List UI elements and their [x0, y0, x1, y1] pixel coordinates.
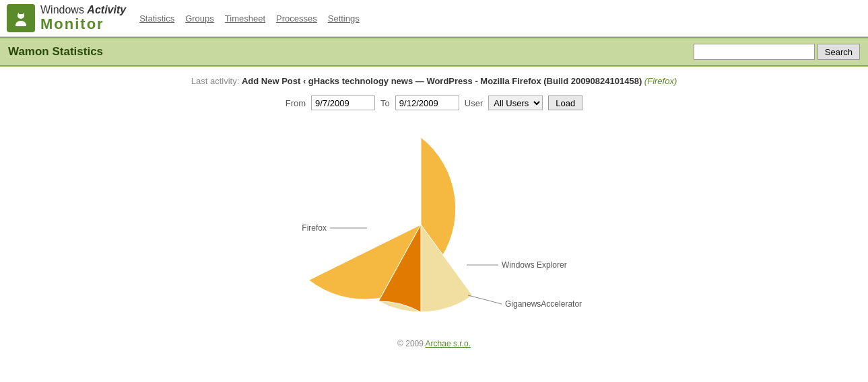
nav-statistics[interactable]: Statistics [139, 13, 174, 24]
filter-row: From To User All Users Load [13, 96, 855, 110]
nav-timesheet[interactable]: Timesheet [225, 13, 265, 24]
giganews-label-line [468, 295, 502, 304]
from-input[interactable] [311, 96, 375, 110]
logo: Windows Activity Monitor [7, 4, 126, 32]
nav-settings[interactable]: Settings [328, 13, 360, 24]
from-label: From [286, 98, 306, 108]
to-input[interactable] [395, 96, 459, 110]
last-activity-text: Add New Post ‹ gHacks technology news — … [242, 76, 642, 86]
last-activity-app: (Firefox) [644, 76, 677, 86]
main-content: Last activity: Add New Post ‹ gHacks tec… [0, 67, 868, 365]
nav-processes[interactable]: Processes [276, 13, 317, 24]
chart-area: Firefox Windows Explorer GiganewsAcceler… [232, 124, 636, 326]
footer: © 2009 Archae s.r.o. [13, 339, 855, 355]
user-select[interactable]: All Users [488, 96, 543, 110]
load-button[interactable]: Load [548, 96, 582, 110]
page-title: Wamon Statistics [8, 45, 103, 59]
giganews-label: GiganewsAccelerator [505, 299, 582, 309]
search-container: Search [694, 44, 860, 60]
footer-text: © 2009 [397, 339, 424, 348]
footer-link[interactable]: Archae s.r.o. [426, 339, 471, 348]
search-button[interactable]: Search [817, 44, 860, 60]
last-activity: Last activity: Add New Post ‹ gHacks tec… [13, 76, 855, 86]
title-bar: Wamon Statistics Search [0, 37, 868, 67]
firefox-label: Firefox [302, 223, 327, 233]
main-nav: Statistics Groups Timesheet Processes Se… [139, 13, 360, 24]
user-label: User [465, 98, 483, 108]
search-input[interactable] [694, 44, 815, 60]
pie-chart: Firefox Windows Explorer GiganewsAcceler… [232, 124, 636, 326]
logo-icon [7, 4, 35, 32]
to-label: To [380, 98, 390, 108]
nav-groups[interactable]: Groups [185, 13, 214, 24]
logo-text: Windows Activity Monitor [40, 4, 126, 32]
last-activity-prefix: Last activity: [191, 76, 240, 86]
header: Windows Activity Monitor Statistics Grou… [0, 0, 868, 37]
windows-explorer-label: Windows Explorer [502, 260, 567, 270]
